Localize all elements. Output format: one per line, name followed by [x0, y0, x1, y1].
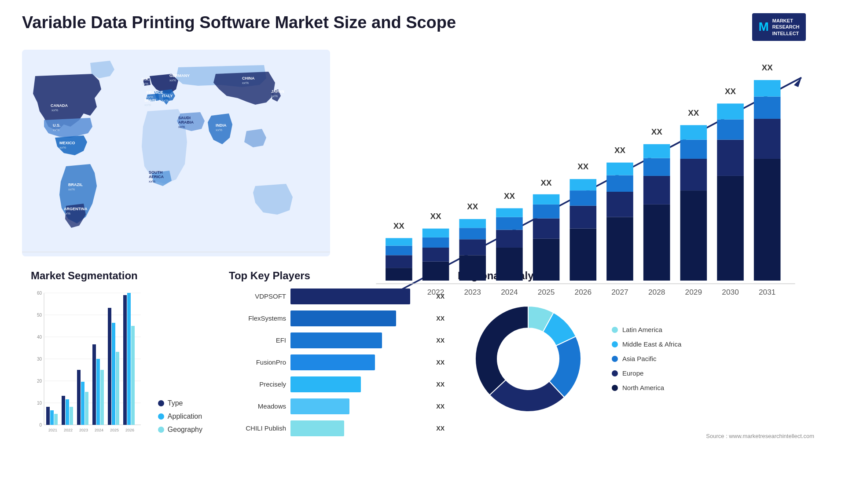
player-bar	[290, 332, 382, 348]
svg-rect-61	[570, 229, 597, 281]
players-list: VDPSOFT XX FlexSystems XX EFI XX FusionP…	[229, 289, 431, 436]
regional-legend-item: North America	[612, 384, 681, 391]
player-row: Meadows XX	[229, 398, 431, 414]
legend-label-type: Type	[168, 399, 183, 407]
player-value: XX	[436, 425, 445, 432]
svg-rect-64	[570, 179, 597, 190]
top-row: CANADA xx% U.S. xx% MEXICO xx% BRAZIL xx…	[22, 50, 823, 256]
svg-text:XX: XX	[430, 212, 442, 221]
svg-text:xx%: xx%	[64, 212, 70, 215]
svg-text:JAPAN: JAPAN	[271, 89, 284, 94]
legend-dot-type	[158, 400, 164, 406]
svg-text:XX: XX	[762, 63, 773, 72]
svg-text:AFRICA: AFRICA	[149, 175, 164, 179]
svg-text:xx%: xx%	[216, 128, 222, 132]
regional-legend-dot	[612, 341, 618, 347]
player-bar	[290, 289, 410, 304]
svg-text:GERMANY: GERMANY	[169, 73, 190, 78]
svg-text:SOUTH: SOUTH	[149, 170, 163, 175]
player-name: FlexSystems	[229, 314, 286, 322]
player-name: VDPSOFT	[229, 292, 286, 300]
svg-rect-139	[127, 293, 131, 425]
svg-text:XX: XX	[725, 87, 736, 96]
svg-text:CHINA: CHINA	[242, 76, 255, 80]
legend-geography: Geography	[158, 426, 202, 434]
player-row: FlexSystems XX	[229, 310, 431, 326]
svg-text:2023: 2023	[464, 288, 481, 296]
legend-label-geography: Geography	[168, 426, 202, 434]
legend-type: Type	[158, 399, 202, 407]
regional-legend-label: Middle East & Africa	[622, 340, 681, 348]
svg-text:2023: 2023	[79, 428, 88, 432]
svg-rect-44	[422, 229, 449, 237]
map-svg: CANADA xx% U.S. xx% MEXICO xx% BRAZIL xx…	[22, 50, 330, 256]
svg-text:xx%: xx%	[53, 128, 59, 132]
svg-rect-73	[643, 158, 670, 175]
svg-rect-38	[386, 246, 412, 256]
logo-area: M MARKETRESEARCHINTELLECT	[735, 13, 823, 41]
svg-rect-82	[717, 140, 744, 176]
svg-text:10: 10	[37, 401, 42, 405]
svg-text:INDIA: INDIA	[216, 123, 227, 128]
svg-rect-54	[496, 208, 523, 217]
svg-rect-132	[100, 370, 104, 425]
svg-text:0: 0	[39, 423, 42, 427]
svg-rect-81	[717, 176, 744, 281]
svg-text:2024: 2024	[95, 428, 103, 432]
svg-rect-134	[108, 308, 111, 425]
player-bar	[290, 310, 396, 326]
svg-text:xx%: xx%	[144, 103, 151, 107]
svg-rect-119	[50, 410, 54, 425]
logo-letter: M	[758, 20, 768, 34]
logo-text: MARKETRESEARCHINTELLECT	[772, 18, 800, 37]
svg-text:XX: XX	[651, 127, 663, 136]
bar-chart-svg: XX XX XX XX	[370, 58, 814, 331]
regional-legend-item: Europe	[612, 369, 681, 377]
svg-rect-74	[643, 144, 670, 158]
svg-rect-84	[717, 103, 744, 119]
svg-rect-58	[533, 205, 560, 219]
player-name: CHILI Publish	[229, 424, 286, 432]
regional-legend-item: Asia Pacific	[612, 355, 681, 362]
segmentation-legend: Type Application Geography	[158, 399, 202, 456]
svg-rect-68	[606, 175, 633, 192]
svg-rect-86	[754, 159, 781, 281]
player-name: Precisely	[229, 380, 286, 388]
svg-text:U.S.: U.S.	[53, 123, 61, 128]
svg-rect-71	[643, 205, 670, 281]
svg-text:SPAIN: SPAIN	[144, 98, 156, 102]
svg-text:xx%: xx%	[162, 99, 169, 102]
svg-rect-47	[459, 239, 486, 255]
svg-rect-126	[77, 370, 81, 425]
svg-text:xx%: xx%	[59, 146, 66, 150]
player-bar-wrap: XX	[290, 420, 431, 436]
svg-text:30: 30	[37, 357, 42, 362]
svg-text:ARABIA: ARABIA	[178, 120, 194, 124]
regional-legend-label: Asia Pacific	[622, 355, 657, 362]
players-section: Top Key Players VDPSOFT XX FlexSystems X…	[220, 265, 440, 503]
regional-legend-item: Middle East & Africa	[612, 340, 681, 348]
svg-rect-39	[386, 238, 412, 245]
svg-text:XX: XX	[393, 221, 405, 230]
player-row: Precisely XX	[229, 376, 431, 392]
player-bar	[290, 398, 349, 414]
player-value: XX	[436, 293, 445, 300]
svg-rect-49	[459, 219, 486, 228]
seg-chart-svg: 0 10 20 30 40 50 60 2021	[31, 289, 145, 451]
player-bar-wrap: XX	[290, 376, 431, 392]
svg-text:2022: 2022	[64, 428, 73, 432]
svg-rect-63	[570, 190, 597, 206]
player-bar-wrap: XX	[290, 332, 431, 348]
regional-legend: Latin America Middle East & Africa Asia …	[612, 326, 681, 391]
svg-rect-138	[123, 295, 127, 425]
svg-rect-87	[754, 119, 781, 159]
source-line: Source : www.marketresearchintellect.com	[458, 433, 814, 439]
world-map: CANADA xx% U.S. xx% MEXICO xx% BRAZIL xx…	[22, 50, 330, 256]
svg-rect-89	[754, 80, 781, 97]
svg-rect-128	[85, 392, 88, 425]
svg-rect-37	[386, 255, 412, 268]
svg-text:xx%: xx%	[149, 179, 155, 183]
regional-legend-dot	[612, 385, 618, 391]
svg-rect-77	[680, 159, 707, 190]
svg-rect-51	[496, 248, 523, 281]
